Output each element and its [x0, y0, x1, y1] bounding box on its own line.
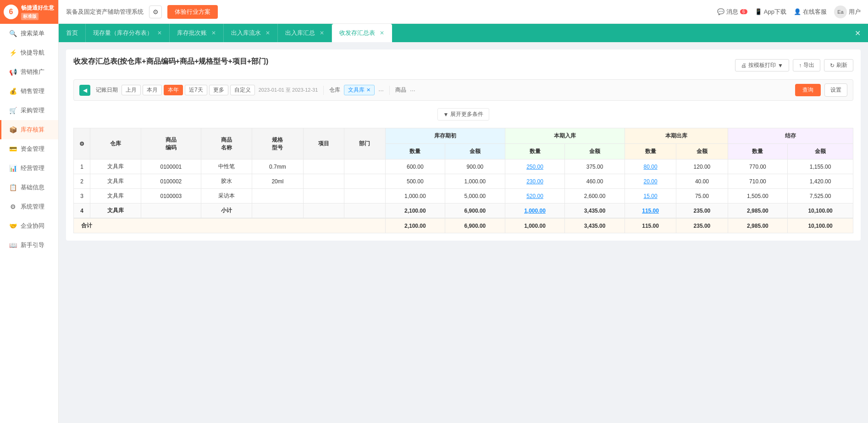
date-btn-this-year[interactable]: 本年 — [164, 85, 183, 95]
col-opening-header: 库存期初 — [385, 128, 505, 144]
user-label: 用户 — [849, 8, 861, 16]
inventory-icon: 📦 — [9, 126, 17, 133]
sidebar-item-inventory-label: 库存核算 — [21, 126, 44, 134]
row-open-amt: 5,000.00 — [445, 189, 505, 203]
expand-bar: ▼ 展开更多条件 — [73, 106, 853, 122]
online-service-label: 在线客服 — [803, 8, 827, 16]
row-code: 0100003 — [141, 189, 201, 203]
purchase-icon: 🛒 — [9, 107, 17, 114]
warehouse-more-button[interactable]: ··· — [378, 87, 384, 94]
row-close-qty: 710.00 — [728, 174, 788, 189]
system-title: 装备及固定资产辅助管理系统 — [66, 8, 144, 16]
tab-receive-summary[interactable]: 收发存汇总表 ✕ — [332, 24, 392, 42]
avatar: Ea — [834, 5, 847, 18]
tab-inout-flow-label: 出入库流水 — [231, 29, 261, 37]
sidebar-item-cooperation[interactable]: 🤝 企业协同 — [0, 216, 58, 236]
tab-inout-summary[interactable]: 出入库汇总 ✕ — [278, 24, 332, 42]
row-dept — [344, 203, 385, 219]
tab-inventory-dist-close[interactable]: ✕ — [157, 30, 162, 36]
row-warehouse: 文具库 — [90, 189, 141, 203]
total-label: 合计 — [74, 218, 386, 233]
export-button[interactable]: ↑ 导出 — [793, 59, 820, 71]
row-name: 中性笔 — [201, 159, 252, 174]
sidebar-item-finance[interactable]: 💳 资金管理 — [0, 139, 58, 159]
expand-conditions-button[interactable]: ▼ 展开更多条件 — [437, 108, 490, 121]
expand-icon: ▼ — [443, 111, 449, 118]
sidebar-item-marketing[interactable]: 📢 营销推广 — [0, 62, 58, 82]
query-button[interactable]: 查询 — [795, 84, 821, 96]
system-icon: ⚙ — [9, 203, 17, 210]
row-in-qty[interactable]: 1,000.00 — [505, 203, 565, 219]
date-btn-more[interactable]: 更多 — [209, 85, 228, 95]
trial-button[interactable]: 体验行业方案 — [167, 5, 218, 19]
table-container: ⚙ 仓库 商品编码 商品名称 规格型号 项目 部门 库存期初 本期入库 本期出库… — [73, 128, 853, 233]
sales-icon: 💰 — [9, 88, 17, 95]
col-code-header: 商品编码 — [141, 128, 201, 159]
sidebar-item-operations-label: 经营管理 — [21, 164, 44, 172]
quick-nav-icon: ⚡ — [9, 49, 17, 56]
sidebar-item-system[interactable]: ⚙ 系统管理 — [0, 197, 58, 216]
sidebar-nav: 🔍 搜索菜单 ⚡ 快捷导航 📢 营销推广 💰 销售管理 🛒 采购管理 📦 库存核… — [0, 24, 58, 423]
row-out-qty[interactable]: 15.00 — [625, 189, 676, 203]
tab-inout-summary-close[interactable]: ✕ — [320, 30, 324, 36]
print-button[interactable]: 🖨 按模板打印 ▼ — [735, 59, 789, 71]
row-name: 小计 — [201, 203, 252, 219]
goods-more-button[interactable]: ··· — [410, 87, 415, 94]
messages-button[interactable]: 💬 消息 6 — [717, 8, 747, 16]
date-btn-custom[interactable]: 自定义 — [230, 85, 255, 95]
filter-settings-button[interactable]: 设置 — [824, 83, 847, 97]
sidebar-item-purchase[interactable]: 🛒 采购管理 — [0, 101, 58, 120]
table-settings-col[interactable]: ⚙ — [74, 128, 90, 159]
sidebar-item-inventory[interactable]: 📦 库存核算 — [0, 120, 58, 139]
sidebar-item-system-label: 系统管理 — [21, 203, 44, 211]
page-title: 收发存汇总表(按仓库+商品编码+商品+规格型号+项目+部门) — [73, 57, 268, 66]
row-out-qty[interactable]: 115.00 — [625, 203, 676, 219]
row-out-qty[interactable]: 80.00 — [625, 159, 676, 174]
row-in-qty[interactable]: 230.00 — [505, 174, 565, 189]
row-dept — [344, 174, 385, 189]
sidebar-item-finance-label: 资金管理 — [21, 145, 44, 153]
sidebar-item-sales[interactable]: 💰 销售管理 — [0, 82, 58, 101]
col-warehouse-header: 仓库 — [90, 128, 141, 159]
filter-collapse-button[interactable]: ◀ — [79, 85, 90, 96]
sidebar-item-guide[interactable]: 📖 新手引导 — [0, 236, 58, 255]
refresh-button[interactable]: ↻ 刷新 — [824, 59, 853, 71]
online-service-button[interactable]: 👤 在线客服 — [794, 8, 827, 16]
tab-inout-flow[interactable]: 出入库流水 ✕ — [224, 24, 278, 42]
tab-batch-label: 库存批次账 — [177, 29, 207, 37]
col-project-header: 项目 — [304, 128, 344, 159]
row-close-qty: 1,505.00 — [728, 189, 788, 203]
tab-receive-summary-label: 收发存汇总表 — [339, 29, 375, 37]
tabs-close-all-button[interactable]: ✕ — [847, 29, 868, 38]
date-label: 记账日期 — [96, 86, 118, 94]
row-out-amt: 75.00 — [676, 189, 728, 203]
sidebar-item-search[interactable]: 🔍 搜索菜单 — [0, 24, 58, 43]
guide-icon: 📖 — [9, 242, 17, 249]
app-download-button[interactable]: 📱 App下载 — [755, 8, 786, 16]
row-out-qty[interactable]: 20.00 — [625, 174, 676, 189]
tabs-bar: 首页 现存量（库存分布表） ✕ 库存批次账 ✕ 出入库流水 ✕ 出入库汇总 ✕ … — [59, 24, 868, 42]
date-btn-last-month[interactable]: 上月 — [122, 85, 141, 95]
date-btn-this-month[interactable]: 本月 — [143, 85, 162, 95]
tab-receive-summary-close[interactable]: ✕ — [380, 30, 384, 36]
row-spec — [252, 189, 303, 203]
sidebar-item-operations[interactable]: 📊 经营管理 — [0, 159, 58, 178]
date-btn-7days[interactable]: 近7天 — [185, 85, 207, 95]
sidebar-item-quick-nav[interactable]: ⚡ 快捷导航 — [0, 43, 58, 62]
tab-batch-close[interactable]: ✕ — [211, 30, 216, 36]
row-dept — [344, 189, 385, 203]
tab-batch[interactable]: 库存批次账 ✕ — [170, 24, 224, 42]
in-qty-header: 数量 — [505, 144, 565, 159]
row-in-qty[interactable]: 520.00 — [505, 189, 565, 203]
user-menu-button[interactable]: Ea 用户 — [834, 5, 861, 18]
tab-inventory-dist[interactable]: 现存量（库存分布表） ✕ — [86, 24, 170, 42]
sidebar: 6 畅捷通好生意 标准版 🔍 搜索菜单 ⚡ 快捷导航 📢 营销推广 💰 销售管理… — [0, 0, 59, 423]
sidebar-item-basic-info[interactable]: 📋 基础信息 — [0, 178, 58, 197]
row-close-qty: 2,985.00 — [728, 203, 788, 219]
tab-inout-flow-close[interactable]: ✕ — [265, 30, 270, 36]
total-close-qty: 2,985.00 — [728, 218, 788, 233]
tab-home[interactable]: 首页 — [59, 24, 86, 42]
warehouse-tag-close-button[interactable]: ✕ — [366, 87, 370, 93]
row-in-qty[interactable]: 250.00 — [505, 159, 565, 174]
header-settings-button[interactable]: ⚙ — [149, 5, 162, 18]
